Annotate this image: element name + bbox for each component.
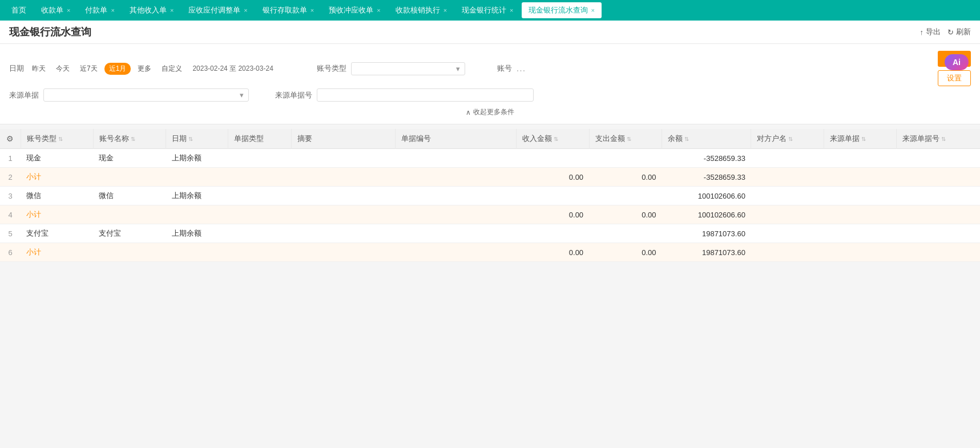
- nav-tab-home[interactable]: 首页: [5, 2, 33, 18]
- nav-tab-cash-bank-stat-close[interactable]: ×: [510, 7, 513, 14]
- col-balance[interactable]: 余额⇅: [662, 129, 751, 149]
- source-doc-no-label: 来源单据号: [275, 90, 312, 100]
- account-type-label: 账号类型: [317, 63, 346, 74]
- row-balance: 100102606.60: [662, 205, 751, 224]
- nav-tab-payment[interactable]: 付款单 ×: [78, 2, 121, 18]
- nav-tab-ar-ap-adjust[interactable]: 应收应付调整单 ×: [182, 2, 254, 18]
- col-balance-label: 余额: [668, 134, 683, 144]
- row-income: 0.00: [517, 243, 589, 262]
- col-account-name[interactable]: 账号名称⇅: [93, 129, 166, 149]
- source-doc-no-input[interactable]: [317, 88, 534, 102]
- col-income[interactable]: 收入金额⇅: [517, 129, 589, 149]
- table-row: 4小计0.000.00100102606.60: [0, 205, 980, 224]
- date-btn-1month[interactable]: 近1月: [104, 63, 131, 75]
- table-row: 5支付宝支付宝上期余额19871073.60: [0, 224, 980, 243]
- nav-tab-advance-receipt-label: 预收冲应收单: [329, 5, 373, 15]
- nav-tab-receipt-close[interactable]: ×: [67, 7, 70, 14]
- row-index: 2: [0, 168, 21, 187]
- row-summary: [292, 168, 396, 187]
- source-doc-select[interactable]: ▾: [43, 88, 249, 102]
- nav-tab-advance-receipt[interactable]: 预收冲应收单 ×: [322, 2, 387, 18]
- row-counterparty: [751, 187, 824, 205]
- table-row: 6小计0.000.0019871073.60: [0, 243, 980, 262]
- sort-icon: ⇅: [861, 136, 866, 142]
- nav-tab-receipt-verify-label: 收款核销执行: [396, 5, 440, 15]
- row-doc-no: [395, 187, 516, 205]
- source-doc-chevron-icon: ▾: [240, 91, 244, 99]
- nav-tab-other-income[interactable]: 其他收入单 ×: [123, 2, 180, 18]
- row-date: [166, 205, 228, 224]
- row-balance: 19871073.60: [662, 224, 751, 243]
- nav-tab-advance-receipt-close[interactable]: ×: [377, 7, 380, 14]
- nav-tab-receipt[interactable]: 收款单 ×: [34, 2, 77, 18]
- nav-tab-cash-bank-query-close[interactable]: ×: [591, 7, 595, 14]
- nav-tab-cash-bank-query[interactable]: 现金银行流水查询 ×: [522, 2, 602, 18]
- nav-tab-bank-deposit-close[interactable]: ×: [310, 7, 314, 14]
- export-button[interactable]: ↑ 导出: [920, 27, 941, 37]
- ai-badge[interactable]: Ai: [945, 54, 969, 70]
- nav-tab-other-income-close[interactable]: ×: [170, 7, 174, 14]
- collapse-bar[interactable]: ∧ 收起更多条件: [9, 107, 971, 117]
- row-index: 3: [0, 187, 21, 205]
- row-date: [166, 243, 228, 262]
- row-balance: -3528659.33: [662, 149, 751, 168]
- nav-tab-payment-close[interactable]: ×: [111, 7, 114, 14]
- row-income: [517, 149, 589, 168]
- account-dots[interactable]: ...: [517, 63, 526, 74]
- row-balance: 100102606.60: [662, 187, 751, 205]
- row-income: 0.00: [517, 205, 589, 224]
- nav-tab-cash-bank-stat[interactable]: 现金银行统计 ×: [455, 2, 520, 18]
- nav-tab-cash-bank-stat-label: 现金银行统计: [462, 5, 506, 15]
- refresh-button[interactable]: ↻ 刷新: [947, 27, 971, 37]
- data-table: ⚙ 账号类型⇅ 账号名称⇅ 日期⇅ 单据类型 摘要 单据编号: [0, 129, 980, 262]
- date-filter-label: 日期: [9, 63, 24, 74]
- refresh-label: 刷新: [956, 27, 971, 37]
- row-account-name: 微信: [93, 187, 166, 205]
- chevron-down-icon: ▾: [456, 64, 460, 73]
- table-row: 3微信微信上期余额100102606.60: [0, 187, 980, 205]
- row-date: 上期余额: [166, 187, 228, 205]
- col-counterparty[interactable]: 对方户名⇅: [751, 129, 824, 149]
- settings-button[interactable]: 设置: [938, 70, 971, 86]
- page-header: 现金银行流水查询 ↑ 导出 ↻ 刷新: [0, 21, 980, 44]
- col-source-doc[interactable]: 来源单据⇅: [824, 129, 896, 149]
- table-row: 1现金现金上期余额-3528659.33: [0, 149, 980, 168]
- nav-tab-ar-ap-adjust-close[interactable]: ×: [244, 7, 247, 14]
- export-icon: ↑: [920, 28, 924, 37]
- row-income: [517, 224, 589, 243]
- row-counterparty: [751, 243, 824, 262]
- date-btn-today[interactable]: 今天: [53, 63, 73, 75]
- row-source-doc: [824, 205, 896, 224]
- date-btn-7days[interactable]: 近7天: [76, 63, 101, 75]
- row-date: 上期余额: [166, 149, 228, 168]
- col-doc-type-label: 单据类型: [234, 134, 264, 143]
- nav-tab-receipt-verify[interactable]: 收款核销执行 ×: [389, 2, 454, 18]
- chevron-up-icon: ∧: [466, 108, 471, 116]
- col-gear: ⚙: [0, 129, 21, 149]
- date-btn-more[interactable]: 更多: [134, 63, 155, 75]
- col-source-doc-no[interactable]: 来源单据号⇅: [897, 129, 980, 149]
- nav-tab-bank-deposit[interactable]: 银行存取款单 ×: [256, 2, 321, 18]
- row-source-doc-no: [897, 168, 980, 187]
- gear-icon[interactable]: ⚙: [6, 134, 14, 143]
- col-date[interactable]: 日期⇅: [166, 129, 228, 149]
- account-type-select[interactable]: ▾: [351, 62, 465, 75]
- col-expense[interactable]: 支出金额⇅: [589, 129, 662, 149]
- date-btn-custom[interactable]: 自定义: [158, 63, 185, 75]
- nav-tab-receipt-verify-close[interactable]: ×: [443, 7, 447, 14]
- sort-icon: ⇅: [58, 136, 63, 142]
- sort-icon: ⇅: [684, 136, 689, 142]
- col-income-label: 收入金额: [522, 134, 552, 144]
- row-expense: [589, 149, 662, 168]
- collapse-label: 收起更多条件: [473, 107, 514, 117]
- col-account-type[interactable]: 账号类型⇅: [21, 129, 93, 149]
- account-filter-group: 账号 ...: [497, 63, 526, 74]
- date-btn-yesterday[interactable]: 昨天: [29, 63, 49, 75]
- nav-tab-receipt-label: 收款单: [41, 5, 63, 15]
- row-doc-no: [395, 243, 516, 262]
- row-source-doc: [824, 224, 896, 243]
- row-doc-no: [395, 149, 516, 168]
- source-doc-filter-group: 来源单据 ▾: [9, 88, 249, 102]
- row-expense: 0.00: [589, 168, 662, 187]
- account-type-filter-group: 账号类型 ▾: [317, 62, 465, 75]
